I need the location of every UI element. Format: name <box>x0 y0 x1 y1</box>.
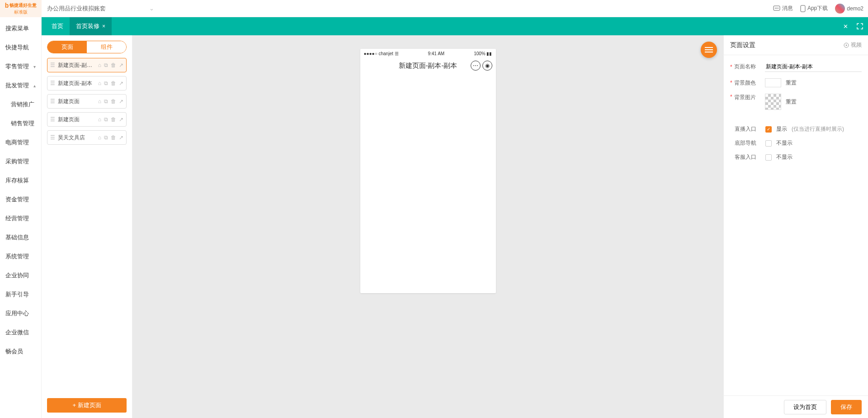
app-download-button[interactable]: App下载 <box>800 5 828 12</box>
panel-title: 页面设置 <box>730 41 755 49</box>
sidebar-item-collab[interactable]: 企业协同 <box>0 266 41 285</box>
sidebar-item-appcenter[interactable]: 应用中心 <box>0 304 41 323</box>
left-panel: 页面 组件 ☰新建页面-副本…⌂⧉🗑↗☰新建页面-副本⌂⧉🗑↗☰新建页面⌂⧉🗑↗… <box>42 35 132 418</box>
caret-down-icon: ▾ <box>33 64 36 69</box>
delete-icon[interactable]: 🗑 <box>111 116 116 123</box>
home-icon[interactable]: ⌂ <box>98 62 101 68</box>
sidebar-item-base[interactable]: 基础信息 <box>0 228 41 247</box>
copy-icon[interactable]: ⧉ <box>104 98 108 104</box>
menu-fab[interactable] <box>701 42 717 58</box>
sidebar-item-member[interactable]: 畅会员 <box>0 342 41 361</box>
sidebar-item-ecommerce[interactable]: 电商管理 <box>0 133 41 152</box>
sidebar-item-marketing[interactable]: 营销推广 <box>0 95 41 114</box>
sidebar-item-funds[interactable]: 资金管理 <box>0 190 41 209</box>
miniapp-close-icon[interactable]: ◉ <box>482 61 492 71</box>
delete-icon[interactable]: 🗑 <box>111 62 116 68</box>
share-icon[interactable]: ↗ <box>119 98 123 104</box>
menu-icon <box>705 47 713 52</box>
video-help[interactable]: 视频 <box>844 41 862 49</box>
segment-control: 页面 组件 <box>47 41 127 53</box>
close-icon[interactable]: × <box>102 23 105 29</box>
play-icon <box>844 43 849 48</box>
tab-close-all[interactable]: ✕ <box>840 21 851 32</box>
share-icon[interactable]: ↗ <box>119 134 123 141</box>
chevron-down-icon: ⌄ <box>149 5 154 12</box>
bgimage-picker[interactable] <box>765 94 781 110</box>
brand-logo: b畅捷通好生意 标准版 <box>0 0 42 17</box>
new-page-button[interactable]: + 新建页面 <box>47 398 127 413</box>
copy-icon[interactable]: ⧉ <box>104 134 108 141</box>
page-item-label: 新建页面-副本… <box>58 62 95 69</box>
canvas-area: ●●●●○ chanjet ☰ 9:41 AM 100% ▮▮ 新建页面-副本-… <box>132 35 723 418</box>
phone-preview: ●●●●○ chanjet ☰ 9:41 AM 100% ▮▮ 新建页面-副本-… <box>360 49 496 293</box>
fullscreen-icon[interactable] <box>854 21 865 32</box>
user-menu[interactable]: demo2 <box>835 4 863 14</box>
sidebar: 搜索菜单 快捷导航 零售管理▾ 批发管理▴ 营销推广 销售管理 电商管理 采购管… <box>0 17 42 418</box>
tab-decorate[interactable]: 首页装修 × <box>70 17 112 35</box>
page-list-item[interactable]: ☰昊天文具店⌂⧉🗑↗ <box>47 130 127 145</box>
delete-icon[interactable]: 🗑 <box>111 98 116 104</box>
chk-live-show[interactable]: ✓ <box>765 126 772 133</box>
sidebar-item-biz[interactable]: 经营管理 <box>0 209 41 228</box>
page-item-label: 昊天文具店 <box>58 134 95 142</box>
page-list-item[interactable]: ☰新建页面-副本…⌂⧉🗑↗ <box>47 58 127 72</box>
sidebar-item-guide[interactable]: 新手引导 <box>0 285 41 304</box>
bgimage-reset[interactable]: 重置 <box>786 98 797 106</box>
sidebar-item-shortcut[interactable]: 快捷导航 <box>0 38 41 57</box>
miniapp-more-icon[interactable]: ⋯ <box>471 61 481 71</box>
delete-icon[interactable]: 🗑 <box>111 134 116 141</box>
message-icon <box>773 5 780 12</box>
lbl-bottomnav: 底部导航 <box>735 139 765 147</box>
drag-icon[interactable]: ☰ <box>50 80 55 86</box>
seg-page[interactable]: 页面 <box>47 41 87 53</box>
sidebar-item-system[interactable]: 系统管理 <box>0 247 41 266</box>
messages-button[interactable]: 消息 <box>773 5 793 12</box>
tab-home[interactable]: 首页 <box>45 17 70 35</box>
lbl-bgcolor: 背景颜色 <box>734 79 765 87</box>
wifi-icon: ☰ <box>395 51 399 56</box>
set-home-button[interactable]: 设为首页 <box>784 400 826 414</box>
delete-icon[interactable]: 🗑 <box>111 80 116 86</box>
page-list-item[interactable]: ☰新建页面⌂⧉🗑↗ <box>47 94 127 109</box>
input-pagename[interactable] <box>765 62 862 72</box>
sidebar-item-retail[interactable]: 零售管理▾ <box>0 57 41 76</box>
drag-icon[interactable]: ☰ <box>50 98 55 104</box>
page-list-item[interactable]: ☰新建页面-副本⌂⧉🗑↗ <box>47 76 127 90</box>
home-icon[interactable]: ⌂ <box>98 98 101 104</box>
page-item-label: 新建页面 <box>58 116 95 124</box>
home-icon[interactable]: ⌂ <box>98 80 101 86</box>
copy-icon[interactable]: ⧉ <box>104 80 108 86</box>
sidebar-item-search[interactable]: 搜索菜单 <box>0 19 41 38</box>
sidebar-item-sales[interactable]: 销售管理 <box>0 114 41 133</box>
bgcolor-reset[interactable]: 重置 <box>786 79 797 87</box>
sidebar-item-procure[interactable]: 采购管理 <box>0 152 41 171</box>
save-button[interactable]: 保存 <box>831 400 862 414</box>
drag-icon[interactable]: ☰ <box>50 62 55 68</box>
tab-bar: 首页 首页装修 × ✕ <box>42 17 868 35</box>
sidebar-item-wechat[interactable]: 企业微信 <box>0 323 41 342</box>
lbl-pagename: 页面名称 <box>734 63 765 71</box>
chk-bottomnav[interactable] <box>765 140 772 147</box>
copy-icon[interactable]: ⧉ <box>104 116 108 123</box>
chk-cs[interactable] <box>765 154 772 161</box>
page-item-label: 新建页面 <box>58 98 95 105</box>
svg-point-3 <box>778 8 778 9</box>
drag-icon[interactable]: ☰ <box>50 116 55 123</box>
copy-icon[interactable]: ⧉ <box>104 62 108 68</box>
sidebar-item-inventory[interactable]: 库存核算 <box>0 171 41 190</box>
sidebar-item-wholesale[interactable]: 批发管理▴ <box>0 76 41 95</box>
share-icon[interactable]: ↗ <box>119 80 123 86</box>
page-list-item[interactable]: ☰新建页面⌂⧉🗑↗ <box>47 112 127 127</box>
lbl-bgimage: 背景图片 <box>734 94 765 101</box>
seg-component[interactable]: 组件 <box>87 41 126 53</box>
home-icon[interactable]: ⌂ <box>98 134 101 141</box>
bgcolor-swatch[interactable] <box>765 78 781 87</box>
account-set-selector[interactable]: 办公用品行业模拟账套 ⌄ <box>47 5 154 13</box>
right-panel: 页面设置 视频 *页面名称 *背景颜色 重置 <box>723 35 868 418</box>
phone-icon <box>800 5 806 12</box>
share-icon[interactable]: ↗ <box>119 62 123 68</box>
home-icon[interactable]: ⌂ <box>98 116 101 123</box>
avatar <box>835 4 845 14</box>
drag-icon[interactable]: ☰ <box>50 134 55 141</box>
share-icon[interactable]: ↗ <box>119 116 123 123</box>
